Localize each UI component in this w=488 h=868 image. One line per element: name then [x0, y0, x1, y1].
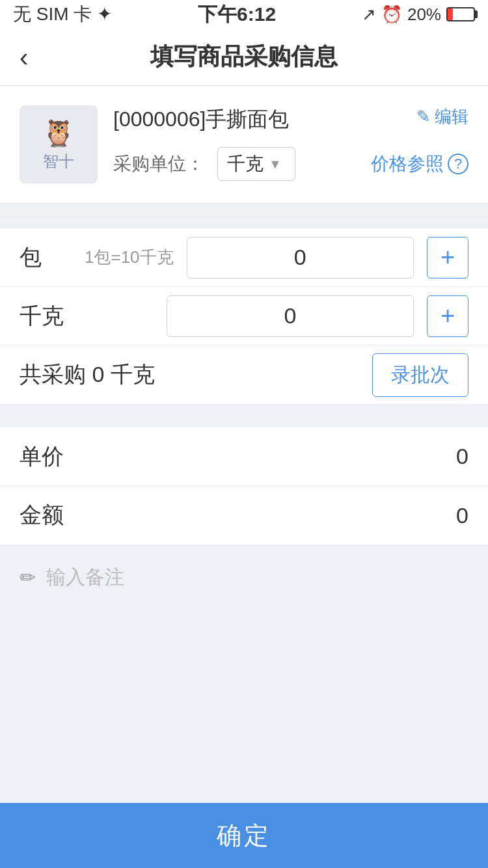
total-amount: 0 — [92, 362, 104, 387]
price-ref-label: 价格参照 — [371, 152, 444, 176]
chevron-down-icon: ▼ — [269, 157, 282, 172]
separator-2 — [0, 404, 488, 416]
status-left: 无 SIM 卡 ✦ — [13, 2, 112, 27]
help-icon: ? — [448, 154, 468, 174]
status-time: 下午6:12 — [198, 1, 276, 28]
edit-button[interactable]: ✎ 编辑 — [416, 105, 468, 128]
unit-dropdown[interactable]: 千克 ▼ — [217, 147, 295, 181]
product-top-row: [0000006]手撕面包 ✎ 编辑 — [113, 105, 468, 147]
battery-icon — [446, 7, 475, 21]
confirm-label: 确定 — [217, 819, 271, 852]
kg-input-row: 千克 0 + — [0, 287, 488, 346]
sim-status: 无 SIM 卡 ✦ — [13, 2, 112, 27]
product-card: 🦉 智十 [0000006]手撕面包 ✎ 编辑 采购单位： 千克 ▼ — [0, 86, 488, 204]
nav-bar: ‹ 填写商品采购信息 — [0, 29, 488, 86]
page-title: 填写商品采购信息 — [150, 41, 338, 73]
product-image: 🦉 智十 — [20, 105, 98, 183]
content-background — [0, 610, 488, 806]
total-unit: 千克 — [111, 362, 155, 387]
product-name: [0000006]手撕面包 — [113, 105, 289, 134]
input-section: 包 1包=10千克 0 + 千克 0 + 共采购 0 千克 录批次 — [0, 228, 488, 404]
bag-label: 包 — [20, 243, 72, 273]
kg-label: 千克 — [20, 301, 72, 331]
remarks-section[interactable]: ✏ 输入备注 — [0, 545, 488, 610]
status-right: ↗ ⏰ 20% — [362, 5, 475, 25]
price-section: 单价 0 金额 0 — [0, 427, 488, 545]
amount-row: 金额 0 — [0, 486, 488, 545]
unit-value: 千克 — [227, 152, 264, 176]
product-logo-text: 智十 — [43, 151, 74, 172]
amount-label: 金额 — [20, 500, 64, 530]
remarks-placeholder: 输入备注 — [46, 564, 124, 591]
bag-value: 0 — [294, 245, 306, 270]
unit-price-label: 单价 — [20, 442, 64, 472]
unit-price-row: 单价 0 — [0, 427, 488, 486]
bag-input-field[interactable]: 0 — [187, 237, 414, 278]
product-info: [0000006]手撕面包 ✎ 编辑 采购单位： 千克 ▼ 价格参照 ? — [113, 105, 468, 181]
separator-1 — [0, 217, 488, 228]
confirm-button[interactable]: 确定 — [0, 803, 488, 868]
back-button[interactable]: ‹ — [20, 44, 28, 70]
kg-input-field[interactable]: 0 — [167, 295, 414, 337]
kg-plus-button[interactable]: + — [427, 295, 468, 337]
bag-sub-label: 1包=10千克 — [85, 246, 174, 269]
total-text: 共采购 0 千克 — [20, 360, 155, 390]
purchase-unit-label: 采购单位： — [113, 152, 204, 176]
status-bar: 无 SIM 卡 ✦ 下午6:12 ↗ ⏰ 20% — [0, 0, 488, 29]
product-logo-icon: 🦉 — [42, 118, 75, 148]
kg-value: 0 — [284, 303, 297, 329]
location-icon: ↗ — [362, 5, 376, 25]
bag-plus-button[interactable]: + — [427, 237, 468, 278]
unit-price-value: 0 — [456, 444, 468, 469]
total-row: 共采购 0 千克 录批次 — [0, 346, 488, 404]
batch-button[interactable]: 录批次 — [372, 353, 468, 397]
edit-label: 编辑 — [435, 105, 468, 128]
alarm-icon: ⏰ — [381, 5, 402, 25]
amount-value: 0 — [456, 503, 468, 528]
battery-percent: 20% — [407, 5, 441, 25]
edit-icon: ✎ — [416, 107, 431, 127]
price-ref-button[interactable]: 价格参照 ? — [371, 152, 468, 176]
bag-input-row: 包 1包=10千克 0 + — [0, 228, 488, 287]
product-meta: 采购单位： 千克 ▼ 价格参照 ? — [113, 147, 468, 181]
pencil-icon: ✏ — [20, 566, 36, 589]
